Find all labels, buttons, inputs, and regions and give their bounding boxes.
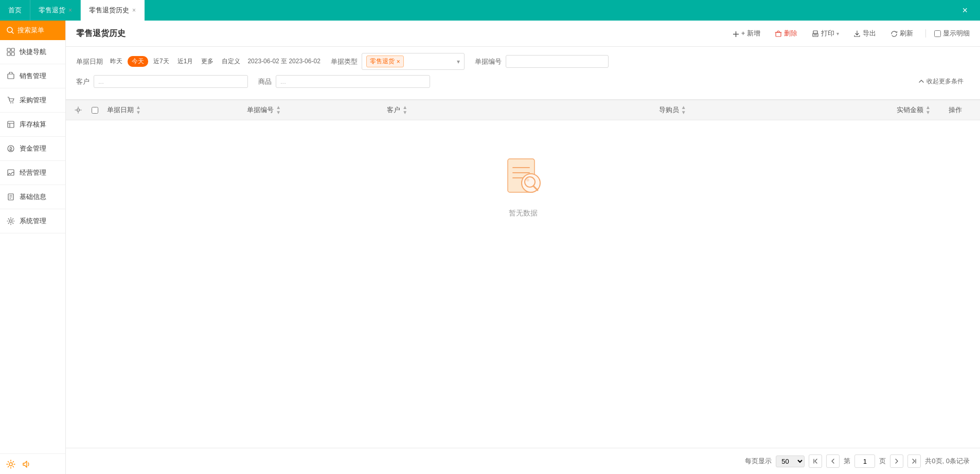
customer-placeholder: ...: [98, 78, 104, 85]
export-button[interactable]: 导出: [849, 27, 880, 40]
th-op-label: 操作: [949, 105, 962, 115]
tab-retail-return-close[interactable]: ×: [68, 7, 72, 14]
tab-home[interactable]: 首页: [0, 0, 30, 21]
th-customer[interactable]: 客户 ▲▼: [383, 105, 654, 115]
sidebar: 搜索菜单 快捷导航 销售管理: [0, 21, 66, 474]
sidebar-item-basic-info[interactable]: 基础信息: [0, 185, 65, 209]
empty-state: 暂无数据: [66, 120, 980, 249]
th-order-num[interactable]: 单据编号 ▲▼: [243, 105, 383, 115]
goods-select[interactable]: ...: [276, 75, 430, 88]
new-button[interactable]: + 新增: [728, 27, 764, 40]
date-btn-7days[interactable]: 近7天: [150, 56, 172, 67]
date-btn-yesterday[interactable]: 昨天: [107, 56, 126, 67]
print-dropdown-icon: ▾: [836, 31, 839, 37]
volume-icon[interactable]: [22, 459, 31, 469]
th-guide[interactable]: 导购员 ▲▼: [655, 105, 795, 115]
refresh-label: 刷新: [900, 29, 913, 38]
type-select[interactable]: 零售退货 × ▾: [362, 53, 465, 70]
finance-icon: [6, 144, 15, 153]
th-setting[interactable]: [70, 106, 86, 114]
delete-label: 删除: [784, 29, 797, 38]
collapse-btn[interactable]: 收起更多条件: [912, 75, 970, 88]
export-icon: [853, 29, 861, 38]
svg-point-21: [77, 109, 80, 112]
purchase-icon: [6, 96, 15, 105]
tab-retail-return-history[interactable]: 零售退货历史 ×: [81, 0, 145, 21]
page-last-btn[interactable]: [907, 454, 921, 468]
th-order-label: 单据编号: [247, 105, 274, 115]
th-amount-label: 实销金额: [897, 105, 923, 115]
th-checkbox[interactable]: [86, 107, 103, 114]
search-menu-button[interactable]: 搜索菜单: [0, 21, 65, 40]
page-header: 零售退货历史 + 新增 删除: [66, 21, 980, 47]
page-first-btn[interactable]: [809, 454, 822, 468]
svg-point-29: [526, 178, 529, 181]
tab-retail-return-history-close[interactable]: ×: [132, 7, 136, 14]
table-area: 单据日期 ▲▼ 单据编号 ▲▼ 客户 ▲▼ 导购员 ▲▼ 实销金额 ▲▼: [66, 100, 980, 448]
sidebar-item-sales-label: 销售管理: [20, 71, 46, 81]
per-page-label: 每页显示: [745, 457, 772, 466]
sales-icon: [6, 71, 15, 81]
page-next-btn[interactable]: [890, 454, 903, 468]
page-prev-btn[interactable]: [826, 454, 840, 468]
sidebar-item-inventory-label: 库存核算: [20, 120, 46, 129]
date-btn-1month[interactable]: 近1月: [174, 56, 197, 67]
type-filter: 单据类型 零售退货 × ▾: [331, 53, 465, 70]
window-close-button[interactable]: ×: [958, 5, 972, 16]
refresh-button[interactable]: 刷新: [886, 27, 917, 40]
th-date[interactable]: 单据日期 ▲▼: [103, 105, 243, 115]
settings-icon[interactable]: [6, 459, 15, 469]
per-page-select[interactable]: 50 20 100: [776, 455, 805, 467]
type-tag-close[interactable]: ×: [397, 58, 400, 65]
customer-select[interactable]: ...: [94, 75, 248, 88]
th-amount[interactable]: 实销金额 ▲▼: [795, 105, 935, 115]
svg-rect-5: [11, 52, 14, 56]
sidebar-item-purchase[interactable]: 采购管理: [0, 88, 65, 113]
date-btn-custom[interactable]: 自定义: [219, 56, 243, 67]
sidebar-item-inventory[interactable]: 库存核算: [0, 113, 65, 137]
sidebar-item-basic-info-label: 基础信息: [20, 192, 46, 202]
print-label: 打印: [821, 29, 834, 38]
svg-rect-20: [814, 34, 817, 35]
order-num-filter: 单据编号: [475, 55, 609, 68]
collapse-icon: [918, 78, 924, 85]
type-label: 单据类型: [331, 57, 358, 66]
page-number-input[interactable]: [854, 454, 875, 468]
page-unit: 页: [879, 457, 886, 466]
sidebar-item-system[interactable]: 系统管理: [0, 209, 65, 233]
show-detail-checkbox[interactable]: [934, 30, 941, 37]
svg-point-8: [12, 102, 13, 103]
sidebar-item-sales[interactable]: 销售管理: [0, 64, 65, 88]
delete-button[interactable]: 删除: [771, 27, 801, 40]
type-tag-value: 零售退货: [370, 57, 395, 66]
page-title: 零售退货历史: [76, 28, 126, 39]
tab-list: 首页 零售退货 × 零售退货历史 ×: [0, 0, 958, 21]
date-btn-more[interactable]: 更多: [198, 56, 217, 67]
print-button[interactable]: 打印 ▾: [808, 27, 843, 40]
th-date-label: 单据日期: [107, 105, 134, 115]
sidebar-item-quick-nav-label: 快捷导航: [20, 47, 46, 57]
select-all-checkbox[interactable]: [92, 107, 98, 114]
tab-retail-return-label: 零售退货: [39, 6, 65, 15]
date-label: 单据日期: [76, 57, 103, 66]
search-icon: [6, 26, 14, 35]
sidebar-item-business[interactable]: 经营管理: [0, 161, 65, 185]
collapse-label: 收起更多条件: [926, 77, 964, 86]
svg-rect-18: [813, 31, 817, 33]
th-op: 操作: [935, 105, 976, 115]
customer-filter: 客户 ...: [76, 75, 248, 88]
tab-retail-return[interactable]: 零售退货 ×: [30, 0, 81, 21]
svg-rect-4: [7, 52, 10, 56]
th-guide-sort: ▲▼: [681, 105, 686, 115]
svg-line-1: [12, 32, 14, 34]
date-btn-today[interactable]: 今天: [128, 56, 148, 67]
order-num-input[interactable]: [506, 55, 609, 68]
pagination: 每页显示 50 20 100 第 页 共0页, 0条记录: [66, 448, 980, 474]
sidebar-item-quick-nav[interactable]: 快捷导航: [0, 40, 65, 64]
table-header: 单据日期 ▲▼ 单据编号 ▲▼ 客户 ▲▼ 导购员 ▲▼ 实销金额 ▲▼: [66, 100, 980, 120]
empty-icon: [497, 151, 549, 203]
sidebar-item-finance[interactable]: 资金管理: [0, 137, 65, 161]
header-actions: + 新增 删除 打印 ▾: [728, 27, 970, 40]
show-detail-checkbox-label[interactable]: 显示明细: [934, 29, 970, 38]
sidebar-item-business-label: 经营管理: [20, 168, 46, 177]
